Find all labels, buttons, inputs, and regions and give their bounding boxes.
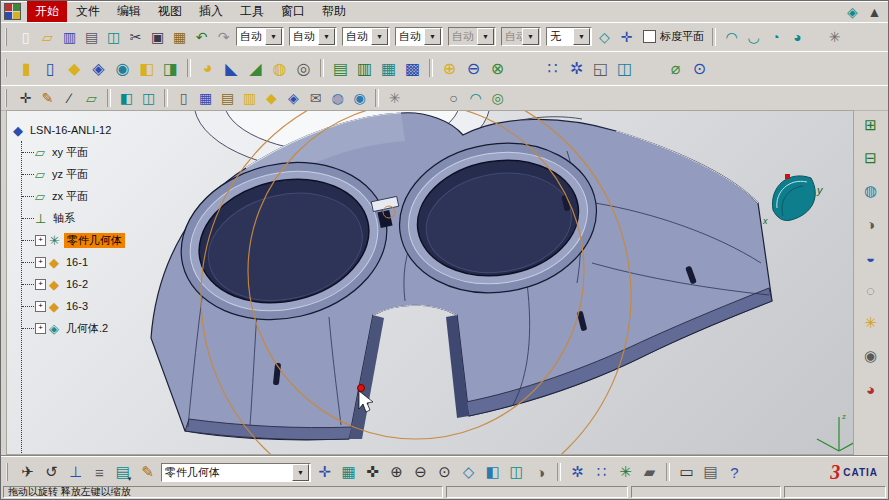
mirror-icon[interactable]: ◫: [613, 56, 636, 80]
tree-node-body-16-3[interactable]: 16-3: [63, 300, 91, 312]
boolean-add-icon[interactable]: ⊕: [438, 56, 461, 80]
toolbar-grip[interactable]: [5, 28, 10, 46]
layers-icon[interactable]: ▦: [377, 56, 400, 80]
tree-node-axis-system[interactable]: 轴系: [50, 211, 78, 226]
axis-mode-icon[interactable]: ✛: [616, 27, 637, 47]
rotate-view-icon[interactable]: ↺: [40, 461, 63, 483]
wireframe-view-icon[interactable]: ◫: [505, 461, 528, 483]
chevron-down-icon[interactable]: ▼: [477, 28, 494, 45]
status-cell-1[interactable]: [631, 486, 781, 498]
cut-icon[interactable]: ✂: [125, 27, 146, 47]
surface-tool-icon[interactable]: ◔: [765, 27, 786, 47]
arc-tool-icon[interactable]: ◠: [721, 27, 742, 47]
menu-start[interactable]: 开始: [27, 1, 67, 22]
chevron-down-icon[interactable]: ▼: [573, 28, 590, 45]
hole-icon[interactable]: ◉: [111, 56, 134, 80]
draft-icon[interactable]: ◢: [244, 56, 267, 80]
catalog-icon[interactable]: ▥: [239, 88, 260, 108]
measure-icon[interactable]: ⊙: [688, 56, 711, 80]
open-folder-icon[interactable]: ▱: [37, 27, 58, 47]
iso-view-icon[interactable]: ◇: [457, 461, 480, 483]
printer-small-icon[interactable]: ▤: [699, 461, 722, 483]
thickness-icon[interactable]: ◎: [292, 56, 315, 80]
line-icon[interactable]: ∕: [59, 88, 80, 108]
pad-icon[interactable]: ▮: [15, 56, 38, 80]
curve-tool-icon[interactable]: ◡: [743, 27, 764, 47]
normal-view-icon[interactable]: ⊙: [433, 461, 456, 483]
chevron-down-icon[interactable]: ▼: [371, 28, 388, 45]
table-icon[interactable]: ▦: [195, 88, 216, 108]
render-mode-icon[interactable]: ▰: [638, 461, 661, 483]
slot-icon[interactable]: ◨: [159, 56, 182, 80]
workbench-icon[interactable]: ◈: [842, 2, 863, 22]
menu-tools[interactable]: 工具: [232, 1, 272, 22]
constraint-icon[interactable]: ⌀: [664, 56, 687, 80]
menu-file[interactable]: 文件: [68, 1, 108, 22]
sweep-tool-icon[interactable]: ◕: [787, 27, 808, 47]
star-pattern-icon[interactable]: ✲: [566, 461, 589, 483]
gear2-icon[interactable]: ✳: [614, 461, 637, 483]
layer-filter-icon[interactable]: ▤▾: [112, 461, 135, 483]
measure-compass-icon[interactable]: ✛: [313, 461, 336, 483]
render-combo-2[interactable]: 自动▼: [289, 27, 337, 46]
menu-insert[interactable]: 插入: [191, 1, 231, 22]
grid-snap-icon[interactable]: ▦: [337, 461, 360, 483]
paste-icon[interactable]: ▦: [169, 27, 190, 47]
tree-node-part-body[interactable]: 零件几何体: [64, 233, 125, 248]
copy-icon[interactable]: ▣: [147, 27, 168, 47]
select-icon[interactable]: ✛: [15, 88, 36, 108]
print-preview-icon[interactable]: ◫: [103, 27, 124, 47]
tree-expander[interactable]: +: [35, 235, 46, 246]
help-icon[interactable]: ?: [723, 461, 746, 483]
tree-node-geometry-2[interactable]: 几何体.2: [63, 321, 111, 336]
tree-node-root[interactable]: LSN-16-ANLI-12: [27, 124, 114, 136]
globe-icon[interactable]: ◍: [327, 88, 348, 108]
plane-tool-icon[interactable]: ▱: [81, 88, 102, 108]
chevron-down-icon[interactable]: ▼: [292, 464, 309, 481]
undo-icon[interactable]: ↶: [191, 27, 212, 47]
mail-icon[interactable]: ✉: [305, 88, 326, 108]
toolbar-overflow-icon[interactable]: ▲: [864, 2, 885, 22]
new-file-icon[interactable]: ▯: [15, 27, 36, 47]
hide-show-swap-icon[interactable]: ◑: [529, 461, 552, 483]
tree-expander[interactable]: +: [35, 279, 46, 290]
fillet-icon[interactable]: ◕: [196, 56, 219, 80]
settings-wheel-icon[interactable]: ✳: [824, 27, 845, 47]
tree-node-body-16-2[interactable]: 16-2: [63, 278, 91, 290]
stack-icon[interactable]: ▤: [329, 56, 352, 80]
tree-expander[interactable]: +: [35, 323, 46, 334]
clipboard-icon[interactable]: ▤: [217, 88, 238, 108]
redo-icon[interactable]: ↷: [213, 27, 234, 47]
book-icon[interactable]: ▥: [353, 56, 376, 80]
world-icon[interactable]: ◉: [349, 88, 370, 108]
chevron-down-icon[interactable]: ▼: [265, 28, 282, 45]
rib-icon[interactable]: ◧: [135, 56, 158, 80]
menu-edit[interactable]: 编辑: [109, 1, 149, 22]
plane-mode-icon[interactable]: ◇: [594, 27, 615, 47]
zoom-out-icon[interactable]: ⊖: [409, 461, 432, 483]
tree-node-body-16-1[interactable]: 16-1: [63, 256, 91, 268]
shading-icon[interactable]: ◑: [860, 214, 881, 234]
scale-plane-checkbox[interactable]: [643, 30, 656, 43]
toolbar-grip[interactable]: [6, 463, 11, 481]
scale-body-icon[interactable]: ◱: [589, 56, 612, 80]
target-tool-icon[interactable]: ◎: [487, 88, 508, 108]
ruler-icon[interactable]: ≡: [88, 461, 111, 483]
groove-icon[interactable]: ◈: [87, 56, 110, 80]
boolean-remove-icon[interactable]: ⊖: [462, 56, 485, 80]
page-icon[interactable]: ▯: [173, 88, 194, 108]
chamfer-icon[interactable]: ◣: [220, 56, 243, 80]
shell-icon[interactable]: ◍: [268, 56, 291, 80]
graph-tree-icon[interactable]: ⊟: [860, 148, 881, 168]
pocket-icon[interactable]: ▯: [39, 56, 62, 80]
chevron-down-icon[interactable]: ▼: [522, 28, 539, 45]
tree-node-xy-plane[interactable]: xy 平面: [49, 145, 91, 160]
tree-expander[interactable]: +: [35, 257, 46, 268]
keyboard-icon[interactable]: ▭: [675, 461, 698, 483]
save-icon[interactable]: ▥: [59, 27, 80, 47]
3d-viewport[interactable]: y x z ◆LSN-16-ANLI-12▱xy 平面▱yz 平面▱zx 平面⊥…: [6, 110, 854, 455]
toolbar-grip[interactable]: [5, 59, 10, 77]
arc2-tool-icon[interactable]: ◠: [465, 88, 486, 108]
chevron-down-icon[interactable]: ▼: [424, 28, 441, 45]
zoom-in-icon[interactable]: ⊕: [385, 461, 408, 483]
